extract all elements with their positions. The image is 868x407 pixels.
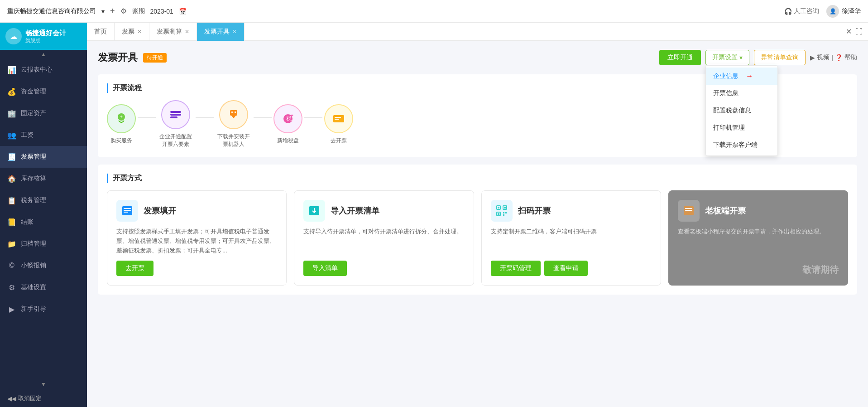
dropdown-download-client[interactable]: 下载开票客户端 — [706, 136, 777, 154]
sidebar-item-fixed-assets[interactable]: 🏢 固定资产 — [0, 102, 87, 124]
tab-home[interactable]: 首页 — [87, 23, 115, 41]
video-help-btn[interactable]: ▶ 视频 | ❓ 帮助 — [810, 53, 857, 62]
svg-rect-26 — [505, 212, 507, 213]
settings-nav-icon: ⚙ — [7, 283, 16, 292]
tabs-actions: ✕ ⛶ — [840, 27, 868, 36]
add-company-btn[interactable]: + — [110, 6, 115, 16]
sidebar-item-settings[interactable]: ⚙ 基础设置 — [0, 276, 87, 298]
svg-rect-7 — [235, 111, 236, 113]
sidebar-item-label: 固定资产 — [21, 109, 46, 117]
sidebar-item-label: 税务管理 — [21, 196, 46, 204]
flow-step-go-invoice[interactable]: 去开票 — [324, 104, 353, 145]
sidebar-item-xiaochang[interactable]: © 小畅报销 — [0, 255, 87, 276]
sidebar-item-label: 工资 — [21, 131, 34, 139]
download-label: 下载并安装开票机器人 — [216, 133, 252, 148]
sidebar-item-label: 结账 — [21, 218, 34, 226]
chevron-settings-icon: ▾ — [739, 54, 743, 61]
svg-rect-6 — [231, 111, 233, 113]
manual-fill-title: 发票填开 — [144, 205, 176, 216]
accounting-icon: 📒 — [7, 218, 16, 227]
method-card-manual-fill: 发票填开 支持按照发票样式手工填开发票；可开具增值税电子普通发票、增值税普通发票… — [107, 190, 287, 286]
dropdown-invoice-info[interactable]: 开票信息 — [706, 85, 777, 102]
flow-divider-2 — [196, 117, 214, 118]
svg-rect-5 — [230, 110, 237, 116]
boss-desc: 查看老板端小程序提交的开票申请，并作出相应的处理。 — [678, 227, 839, 237]
tax-disk-step-label: 新增税盘 — [277, 137, 299, 145]
import-list-btn[interactable]: 导入清单 — [303, 261, 347, 276]
invoice-settings-button[interactable]: 开票设置 ▾ — [705, 50, 749, 65]
guide-icon: ▶ — [7, 305, 16, 314]
go-invoice-icon — [324, 104, 353, 133]
cancel-fixed-label: 取消固定 — [18, 394, 42, 402]
svg-rect-24 — [498, 213, 499, 215]
expand-tab-btn[interactable]: ⛶ — [855, 28, 863, 36]
company-name[interactable]: 重庆畅捷交通信息咨询有限公司 — [7, 7, 96, 15]
manual-fill-btn[interactable]: 去开票 — [116, 261, 153, 276]
flow-step-buy-service[interactable]: + 购买服务 — [107, 104, 136, 145]
scan-icon — [491, 200, 513, 222]
user-name: 徐泽华 — [842, 7, 861, 15]
svg-rect-17 — [124, 212, 128, 213]
company-info-label: 企业信息 — [713, 72, 739, 80]
user-info[interactable]: 👤 徐泽华 — [826, 5, 861, 18]
config-icon — [161, 100, 190, 129]
red-arrow-icon: → — [746, 72, 753, 80]
tab-invoice-close[interactable]: ✕ — [137, 29, 142, 35]
tax-disk-step-icon: 税+ — [273, 104, 302, 133]
support-button[interactable]: 🎧 人工咨询 — [784, 7, 819, 15]
tab-invoice-calc-close[interactable]: ✕ — [185, 29, 189, 35]
calendar-icon[interactable]: 📅 — [179, 8, 187, 15]
tab-invoice-issue[interactable]: 发票开具 ✕ — [197, 23, 245, 41]
avatar: 👤 — [826, 5, 839, 18]
logo-icon: ☁ — [5, 28, 22, 44]
invoice-info-label: 开票信息 — [713, 89, 739, 97]
import-desc: 支持导入待开票清单，可对待开票清单进行拆分、合并处理。 — [303, 227, 464, 237]
close-tab-btn[interactable]: ✕ — [846, 27, 852, 36]
method-card-import: 导入开票清单 支持导入待开票清单，可对待开票清单进行拆分、合并处理。 导入清单 — [294, 190, 474, 286]
sidebar-item-cloud-report[interactable]: 📊 云报表中心 — [0, 59, 87, 81]
svg-rect-29 — [685, 208, 692, 209]
cancel-fixed-btn[interactable]: ◀◀ 取消固定 — [0, 390, 87, 407]
scroll-up-btn[interactable]: ▲ — [0, 50, 87, 59]
dropdown-printer[interactable]: 打印机管理 — [706, 119, 777, 136]
activate-button[interactable]: 立即开通 — [659, 50, 701, 65]
qr-manage-btn[interactable]: 开票码管理 — [491, 261, 541, 276]
header-right: 🎧 人工咨询 👤 徐泽华 — [784, 5, 861, 18]
method-card-scan: 扫码开票 支持定制开票二维码，客户端可扫码开票 开票码管理 查看申请 — [481, 190, 661, 286]
sidebar-item-fund[interactable]: 💰 资金管理 — [0, 81, 87, 102]
flow-step-tax-disk[interactable]: 税+ 新增税盘 — [273, 104, 302, 145]
sidebar-item-inventory[interactable]: 🏠 库存核算 — [0, 168, 87, 189]
exception-list-button[interactable]: 异常清单查询 — [754, 50, 806, 65]
tab-invoice-issue-close[interactable]: ✕ — [232, 29, 237, 35]
tax-icon: 📋 — [7, 196, 16, 205]
sidebar-item-accounting[interactable]: 📒 结账 — [0, 211, 87, 233]
invoice-icon: 🧾 — [7, 152, 16, 161]
chevron-down-icon[interactable]: ▾ — [101, 8, 105, 15]
flow-step-config[interactable]: 企业开通配置开票六要素 — [158, 100, 194, 148]
settings-icon[interactable]: ⚙ — [120, 7, 127, 15]
fixed-assets-icon: 🏢 — [7, 109, 16, 118]
view-apply-btn[interactable]: 查看申请 — [544, 261, 588, 276]
dropdown-tax-disk[interactable]: 配置税盘信息 — [706, 102, 777, 119]
sidebar-item-payroll[interactable]: 👥 工资 — [0, 124, 87, 146]
logo-sub: 旗舰版 — [25, 37, 66, 44]
sidebar-item-tax[interactable]: 📋 税务管理 — [0, 189, 87, 211]
tab-invoice-calc[interactable]: 发票测算 ✕ — [149, 23, 197, 41]
config-label: 企业开通配置开票六要素 — [158, 133, 194, 148]
method-card-boss: 老板端开票 查看老板端小程序提交的开票申请，并作出相应的处理。 敬请期待 — [668, 190, 848, 286]
svg-rect-12 — [335, 117, 341, 118]
scroll-down-btn[interactable]: ▼ — [0, 379, 87, 390]
page-body: 发票开具 待开通 立即开通 开票设置 ▾ 企业信息 → — [87, 41, 868, 407]
sidebar-item-invoice[interactable]: 🧾 发票管理 — [0, 146, 87, 168]
sidebar-item-guide[interactable]: ▶ 新手引导 — [0, 298, 87, 320]
tab-invoice[interactable]: 发票 ✕ — [115, 23, 149, 41]
manual-fill-desc: 支持按照发票样式手工填开发票；可开具增值税电子普通发票、增值税普通发票、增值税专… — [116, 227, 277, 255]
import-action: 导入清单 — [303, 261, 464, 276]
svg-rect-13 — [335, 119, 339, 120]
sidebar-item-label: 发票管理 — [21, 153, 46, 161]
dropdown-company-info[interactable]: 企业信息 → — [706, 68, 777, 85]
sidebar-item-archive[interactable]: 📁 归档管理 — [0, 233, 87, 255]
svg-rect-4 — [170, 116, 177, 118]
play-icon: ▶ — [810, 54, 815, 61]
flow-step-download[interactable]: 下载并安装开票机器人 — [216, 100, 252, 148]
